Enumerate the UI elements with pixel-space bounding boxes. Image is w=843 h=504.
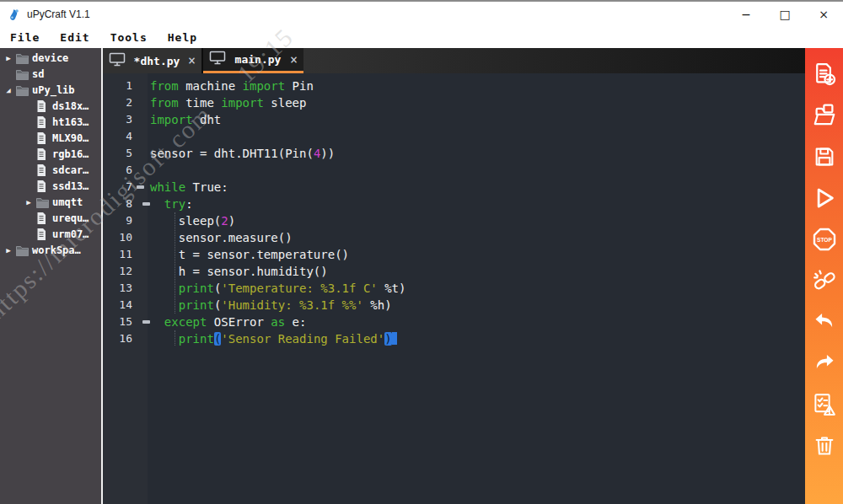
code-line[interactable]: 11 t = sensor.temperature() (103, 246, 805, 263)
code-text: print('Temperature: %3.1f C' %t) (148, 280, 405, 297)
code-line[interactable]: 13 print('Temperature: %3.1f C' %t) (103, 280, 805, 297)
minimize-button[interactable]: − (727, 2, 765, 27)
tree-item-workspa[interactable]: ▶workSpa… (0, 242, 101, 258)
menu-item-edit[interactable]: Edit (60, 31, 89, 44)
code-line[interactable]: 5sensor = dht.DHT11(Pin(4)) (103, 145, 805, 162)
code-text: print('Sensor Reading Failed') (148, 330, 397, 347)
editor-area: *dht.py×main.py× 1from machine import Pi… (103, 48, 805, 504)
code-line[interactable]: 8 try: (103, 196, 805, 212)
collapsed-arrow-icon[interactable]: ▶ (2, 54, 15, 62)
code-text: print('Humidity: %3.1f %%' %h) (148, 297, 392, 314)
code-line[interactable]: 4 (103, 128, 805, 145)
editor-file-icon (109, 52, 126, 70)
undo-icon[interactable] (810, 308, 839, 336)
code-line[interactable]: 9 sleep(2) (103, 212, 805, 229)
tab-close-icon[interactable]: × (188, 53, 196, 68)
line-number: 13 (103, 280, 148, 297)
collapsed-arrow-icon[interactable]: ▶ (22, 198, 35, 206)
indent-guide (175, 330, 175, 346)
code-text (148, 128, 150, 145)
syntax-check-icon[interactable] (810, 390, 839, 419)
code-line[interactable]: 7while True: (103, 179, 805, 196)
file-icon (35, 164, 51, 177)
tree-item-label: sdcar… (52, 164, 89, 176)
code-text: t = sensor.temperature() (148, 246, 349, 263)
file-icon (35, 115, 51, 129)
file-tree: ▶devicesd◢uPy_libds18x…ht163…MLX90…rgb16… (0, 48, 101, 504)
stop-icon[interactable]: STOP (810, 225, 839, 254)
tree-item-label: urequ… (52, 212, 89, 224)
tree-item-ssd13[interactable]: ssd13… (0, 178, 101, 194)
action-toolbar: STOP (805, 48, 843, 504)
tab-close-icon[interactable]: × (290, 52, 298, 67)
tree-item-label: ht163… (52, 116, 89, 128)
file-icon (35, 180, 51, 193)
close-button[interactable]: × (804, 2, 843, 27)
line-number: 11 (103, 246, 148, 263)
tree-item-label: ssd13… (52, 180, 89, 192)
tree-item-sd[interactable]: sd (0, 66, 101, 82)
code-text: sleep(2) (148, 212, 235, 229)
code-pane[interactable]: 1from machine import Pin2from time impor… (103, 73, 805, 504)
code-text: except OSError as e: (148, 314, 306, 330)
tree-item-ht163[interactable]: ht163… (0, 114, 101, 130)
tree-item-ds18x[interactable]: ds18x… (0, 98, 101, 114)
fold-marker-icon[interactable] (142, 202, 150, 206)
open-file-icon[interactable] (810, 101, 839, 130)
code-text: sensor.measure() (148, 229, 293, 246)
tree-item-mlx90[interactable]: MLX90… (0, 130, 101, 146)
app-logo-icon (7, 8, 21, 22)
file-icon (35, 131, 51, 145)
code-line[interactable]: 12 h = sensor.humidity() (103, 263, 805, 280)
line-number: 10 (103, 229, 148, 246)
code-line[interactable]: 15 except OSError as e: (103, 314, 805, 330)
tree-item-device[interactable]: ▶device (0, 50, 101, 66)
line-number: 7 (103, 179, 148, 196)
tree-item-rgb16[interactable]: rgb16… (0, 146, 101, 162)
code-line[interactable]: 10 sensor.measure() (103, 229, 805, 246)
connect-icon[interactable] (810, 266, 839, 295)
menu-item-tools[interactable]: Tools (110, 31, 148, 44)
collapsed-arrow-icon[interactable]: ▶ (2, 246, 15, 255)
new-file-icon[interactable] (810, 60, 839, 88)
code-line[interactable]: 3import dht (103, 111, 805, 128)
save-file-icon[interactable] (810, 142, 839, 171)
tree-item-label: device (32, 52, 68, 64)
download-run-icon[interactable] (810, 184, 839, 212)
code-line[interactable]: 6 (103, 162, 805, 179)
maximize-button[interactable]: □ (765, 2, 804, 27)
code-text: while True: (148, 179, 228, 196)
tab-dht-py[interactable]: *dht.py× (103, 48, 203, 73)
clear-icon[interactable] (810, 432, 839, 460)
folder-icon (15, 244, 30, 256)
line-number: 8 (103, 196, 148, 212)
tree-item-upylib[interactable]: ◢uPy_lib (0, 82, 101, 98)
line-number: 2 (103, 94, 148, 111)
code-line[interactable]: 1from machine import Pin (103, 78, 805, 94)
code-line[interactable]: 14 print('Humidity: %3.1f %%' %h) (103, 297, 805, 314)
menu-item-file[interactable]: File (10, 31, 40, 44)
tree-item-urm07[interactable]: urm07… (0, 226, 101, 242)
indent-guide (175, 212, 175, 314)
line-number: 12 (103, 263, 148, 280)
upycraft-window: uPyCraft V1.1 − □ × FileEditToolsHelp ▶d… (0, 0, 843, 504)
folder-icon (15, 52, 30, 64)
code-text: from machine import Pin (148, 78, 314, 94)
line-number: 15 (103, 314, 148, 330)
tree-item-umqtt[interactable]: ▶umqtt (0, 194, 101, 210)
tree-item-label: rgb16… (52, 148, 89, 160)
tree-item-sdcar[interactable]: sdcar… (0, 162, 101, 178)
fold-marker-icon[interactable] (142, 320, 150, 324)
tab-label: main.py (230, 53, 286, 66)
tree-item-urequ[interactable]: urequ… (0, 210, 101, 226)
code-line[interactable]: 2from time import sleep (103, 94, 805, 111)
menu-item-help[interactable]: Help (168, 31, 197, 44)
line-number: 9 (103, 212, 148, 229)
line-number: 1 (103, 78, 148, 94)
redo-icon[interactable] (810, 349, 839, 378)
expanded-arrow-icon[interactable]: ◢ (2, 86, 15, 94)
code-line[interactable]: 16 print('Sensor Reading Failed') (103, 330, 805, 347)
line-number: 14 (103, 297, 148, 314)
fold-marker-icon[interactable] (137, 185, 144, 189)
tab-main-py[interactable]: main.py× (203, 48, 303, 73)
